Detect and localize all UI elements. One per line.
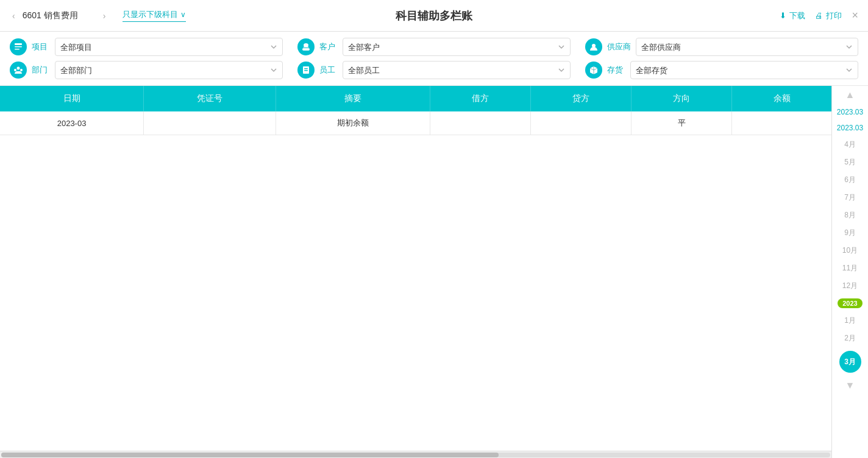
filter-item-dept: 部门 全部部门 [10, 61, 283, 79]
titlebar-right: ⬇ 下载 🖨 打印 × [780, 9, 858, 22]
filter-item-project: 项目 全部项目 [10, 38, 283, 56]
titlebar: ‹ 6601 销售费用 › 只显示下级科目 ∨ 科目辅助多栏账 ⬇ 下载 🖨 打… [0, 0, 868, 32]
svg-point-5 [17, 67, 20, 70]
print-label: 打印 [826, 10, 842, 21]
col-summary: 摘要 [276, 86, 430, 111]
year-badge-label: 2023 [838, 298, 862, 308]
employee-select[interactable]: 全部员工 [343, 61, 571, 79]
svg-point-7 [20, 69, 23, 71]
table-header-row: 日期 凭证号 摘要 借方 贷方 方向 余额 [0, 86, 831, 111]
col-balance: 余额 [732, 86, 831, 111]
scrollbar-track [1, 453, 830, 457]
titlebar-left: ‹ 6601 销售费用 › 只显示下级科目 ∨ [10, 9, 186, 22]
col-debit: 借方 [430, 86, 530, 111]
cell-balance [732, 111, 831, 135]
cell-summary: 期初余额 [276, 111, 430, 135]
period-july[interactable]: 7月 [832, 189, 868, 206]
svg-rect-3 [302, 48, 310, 51]
col-direction: 方向 [631, 86, 732, 111]
table-row: 2023-03期初余额平 [0, 111, 831, 135]
period-jan[interactable]: 1月 [832, 312, 868, 329]
customer-select[interactable]: 全部客户 [343, 38, 571, 56]
period-2023-03-first[interactable]: 2023.03 [832, 104, 868, 120]
inventory-select[interactable]: 全部存货 [630, 61, 858, 79]
project-select[interactable]: 全部项目 [55, 38, 283, 56]
cell-direction: 平 [631, 111, 732, 135]
download-icon: ⬇ [780, 11, 786, 20]
dept-label: 部门 [32, 65, 50, 76]
show-sub-button[interactable]: 只显示下级科目 ∨ [123, 9, 186, 22]
supplier-icon [585, 38, 602, 55]
dept-icon [10, 62, 27, 79]
period-feb[interactable]: 2月 [832, 329, 868, 347]
nav-next-button[interactable]: › [101, 10, 108, 22]
page-title: 科目辅助多栏账 [396, 9, 472, 23]
side-scroll-down[interactable]: ▼ [832, 376, 868, 395]
cell-debit [430, 111, 530, 135]
period-december[interactable]: 12月 [832, 277, 868, 295]
main-window: ‹ 6601 销售费用 › 只显示下级科目 ∨ 科目辅助多栏账 ⬇ 下载 🖨 打… [0, 0, 868, 458]
data-table: 日期 凭证号 摘要 借方 贷方 方向 余额 2023-03期初余额平 [0, 86, 831, 135]
supplier-label: 供应商 [607, 41, 631, 52]
period-september[interactable]: 9月 [832, 224, 868, 242]
employee-label: 员工 [319, 65, 338, 76]
period-2023-03-second[interactable]: 2023.03 [832, 120, 868, 136]
active-month-circle[interactable]: 3月 [839, 351, 861, 373]
year-2023-badge[interactable]: 2023 [832, 295, 868, 312]
svg-rect-10 [304, 70, 308, 71]
svg-rect-0 [15, 43, 22, 45]
main-area: 日期 凭证号 摘要 借方 贷方 方向 余额 2023-03期初余额平 [0, 86, 868, 458]
period-april[interactable]: 4月 [832, 136, 868, 153]
period-march-active[interactable]: 3月 [832, 347, 868, 376]
table-area: 日期 凭证号 摘要 借方 贷方 方向 余额 2023-03期初余额平 [0, 86, 831, 458]
nav-prev-button[interactable]: ‹ [10, 10, 18, 22]
svg-rect-1 [15, 46, 22, 48]
print-button[interactable]: 🖨 打印 [815, 10, 842, 21]
svg-rect-9 [304, 68, 308, 69]
customer-label: 客户 [319, 41, 338, 52]
download-label: 下载 [789, 10, 805, 21]
account-code-label: 6601 销售费用 [23, 10, 96, 21]
table-scroll[interactable]: 日期 凭证号 摘要 借方 贷方 方向 余额 2023-03期初余额平 [0, 86, 831, 451]
supplier-select[interactable]: 全部供应商 [636, 38, 858, 56]
col-date: 日期 [0, 86, 144, 111]
filter-item-customer: 客户 全部客户 [297, 38, 571, 56]
dept-select[interactable]: 全部部门 [55, 61, 283, 79]
inventory-icon [585, 62, 602, 79]
cell-date: 2023-03 [0, 111, 144, 135]
employee-icon [297, 62, 315, 79]
period-october[interactable]: 10月 [832, 242, 868, 259]
period-november[interactable]: 11月 [832, 259, 868, 277]
project-label: 项目 [32, 41, 50, 52]
col-voucher: 凭证号 [144, 86, 276, 111]
scrollbar-thumb [1, 453, 499, 457]
cell-credit [530, 111, 631, 135]
period-may[interactable]: 5月 [832, 153, 868, 171]
show-sub-label: 只显示下级科目 [123, 9, 178, 20]
filter-item-supplier: 供应商 全部供应商 [585, 38, 858, 56]
period-june[interactable]: 6月 [832, 171, 868, 189]
filter-item-inventory: 存货 全部存货 [585, 61, 858, 79]
close-button[interactable]: × [852, 9, 858, 22]
svg-point-6 [14, 69, 16, 71]
side-scroll-up[interactable]: ▲ [832, 86, 868, 104]
filter-bar: 项目 全部项目 客户 全部客户 [0, 32, 868, 86]
show-sub-arrow-icon: ∨ [180, 10, 186, 19]
customer-icon [297, 38, 315, 55]
filter-item-employee: 员工 全部员工 [297, 61, 571, 79]
project-icon [10, 38, 27, 55]
download-button[interactable]: ⬇ 下载 [780, 10, 805, 21]
cell-voucher [144, 111, 276, 135]
inventory-label: 存货 [607, 65, 625, 76]
period-august[interactable]: 8月 [832, 206, 868, 224]
col-credit: 贷方 [530, 86, 631, 111]
side-panel: ▲ 2023.03 2023.03 4月 5月 6月 7月 8月 9月 10月 … [831, 86, 868, 458]
horizontal-scrollbar[interactable] [0, 451, 831, 458]
print-icon: 🖨 [815, 11, 823, 20]
svg-rect-2 [15, 49, 20, 50]
